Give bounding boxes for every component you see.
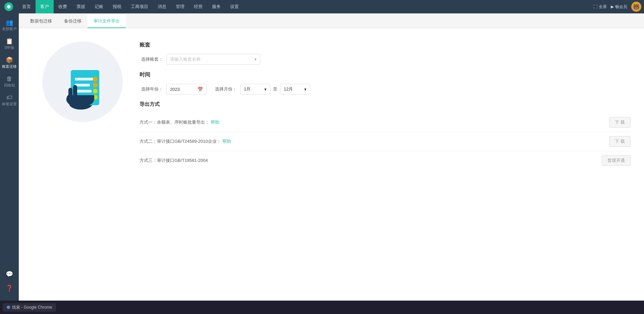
nav-tax[interactable]: 报税 [108, 0, 126, 13]
sidebar-bottom: 💬 ❓ [6, 268, 13, 298]
member-button[interactable]: ▶ 畅会员 [611, 4, 627, 10]
nav-business[interactable]: 工商项目 [126, 0, 153, 13]
sidebar-chat-button[interactable]: 💬 [6, 268, 13, 280]
nav-customer[interactable]: 客户 [36, 0, 54, 13]
member-icon: ▶ [611, 4, 614, 9]
account-dropdown-arrow: ▾ [255, 57, 257, 62]
export-method-3-label: 方式三：审计接口GB/T19581-2004 [140, 158, 208, 164]
fullscreen-button[interactable]: ⛶ 全屏 [593, 4, 607, 10]
sidebar-item-all-customers[interactable]: 👥 全部客户 [0, 16, 19, 35]
logo[interactable] [3, 1, 15, 13]
illustration-column [32, 38, 133, 291]
page-content: 账套 选择账套： 请输入账套名称 ▾ 时间 选择年份： 2023 [19, 28, 644, 301]
month-from-select[interactable]: 1月 ▾ [240, 84, 270, 95]
export-method-3: 方式三：审计接口GB/T19581-2004 暂缓开通 [140, 151, 631, 170]
nav-message[interactable]: 消息 [153, 0, 171, 13]
export-method-2: 方式二：审计接口GB/T24589-2010企业： 帮助 下 载 [140, 132, 631, 151]
svg-point-1 [7, 5, 10, 8]
time-row: 选择年份： 2023 📅 选择月份： 1月 ▾ 至 1 [140, 84, 631, 95]
fullscreen-icon: ⛶ [593, 4, 597, 9]
taskbar-chrome-item[interactable]: 线索 - Google Chrome [3, 303, 56, 312]
sidebar-item-account-migrate[interactable]: 📦 账套迁移 [0, 54, 19, 72]
svg-point-10 [93, 89, 98, 93]
time-section: 时间 选择年份： 2023 📅 选择月份： 1月 ▾ 至 [140, 71, 631, 95]
nav-service[interactable]: 服务 [207, 0, 225, 13]
account-input-placeholder: 请输入账套名称 [170, 56, 255, 62]
export-section: 导出方式 方式一：余额表、序时账批量导出： 帮助 下 载 方式二：审计接口GB/… [140, 101, 631, 170]
sidebar: 👥 全部客户 📋 0申报 📦 账套迁移 🗑 回收站 🏷 标签设置 💬 ❓ [0, 13, 19, 301]
tag-icon: 🏷 [6, 95, 12, 101]
year-label: 选择年份： [140, 86, 163, 92]
nav-operate[interactable]: 经营 [189, 0, 207, 13]
illustration-circle [42, 42, 123, 122]
nav-invoice[interactable]: 票据 [72, 0, 90, 13]
export-method-1-button[interactable]: 下 载 [609, 117, 631, 128]
nav-items: 首页 客户 收费 票据 记账 报税 工商项目 消息 管理 经营 服务 设置 [17, 0, 593, 13]
main-layout: 👥 全部客户 📋 0申报 📦 账套迁移 🗑 回收站 🏷 标签设置 💬 ❓ 数据包… [0, 13, 644, 301]
nav-bookkeeping[interactable]: 记账 [90, 0, 108, 13]
export-method-2-button[interactable]: 下 载 [609, 136, 631, 147]
account-select-label: 选择账套： [140, 56, 163, 62]
avatar[interactable]: 🐻 [631, 2, 641, 12]
time-section-title: 时间 [140, 71, 631, 78]
export-section-title: 导出方式 [140, 101, 631, 108]
export-method-3-button[interactable]: 暂缓开通 [602, 155, 631, 166]
migrate-icon: 📦 [6, 57, 13, 63]
tab-data-migrate[interactable]: 数据包迁移 [24, 15, 58, 28]
tab-backup-migrate[interactable]: 备份迁移 [58, 15, 88, 28]
svg-rect-12 [68, 88, 72, 98]
taskbar-dot [7, 306, 10, 309]
nav-fee[interactable]: 收费 [54, 0, 72, 13]
taskbar: 线索 - Google Chrome [0, 301, 644, 314]
sidebar-item-zero-declare[interactable]: 📋 0申报 [0, 35, 19, 54]
content-area: 数据包迁移 备份迁移 审计文件导出 [19, 13, 644, 301]
export-method-2-help[interactable]: 帮助 [222, 138, 231, 144]
sidebar-item-tag-settings[interactable]: 🏷 标签设置 [0, 91, 19, 110]
export-method-1: 方式一：余额表、序时账批量导出： 帮助 下 载 [140, 113, 631, 132]
top-nav-right: ⛶ 全屏 ▶ 畅会员 🐻 [593, 2, 641, 12]
sidebar-item-trash[interactable]: 🗑 回收站 [0, 72, 19, 91]
svg-point-8 [93, 77, 98, 81]
tab-audit-export[interactable]: 审计文件导出 [88, 15, 126, 28]
time-separator: 至 [273, 86, 277, 92]
trash-icon: 🗑 [6, 76, 12, 82]
customers-icon: 👥 [6, 19, 13, 25]
declare-icon: 📋 [6, 38, 13, 44]
account-section-title: 账套 [140, 42, 631, 49]
svg-point-9 [93, 83, 98, 87]
month-to-select[interactable]: 12月 ▾ [280, 84, 310, 95]
top-nav: 首页 客户 收费 票据 记账 报税 工商项目 消息 管理 经营 服务 设置 ⛶ … [0, 0, 644, 13]
month-from-arrow: ▾ [264, 87, 267, 92]
year-input[interactable]: 2023 📅 [166, 84, 207, 95]
month-to-arrow: ▾ [304, 87, 307, 92]
tab-bar: 数据包迁移 备份迁移 审计文件导出 [19, 13, 644, 28]
month-label: 选择月份： [213, 86, 237, 92]
export-method-1-help[interactable]: 帮助 [211, 119, 219, 125]
account-select-input[interactable]: 请输入账套名称 ▾ [166, 54, 260, 65]
svg-rect-13 [73, 85, 77, 97]
nav-home[interactable]: 首页 [17, 0, 36, 13]
export-method-1-label: 方式一：余额表、序时账批量导出： [140, 119, 209, 125]
account-select-row: 选择账套： 请输入账套名称 ▾ [140, 54, 631, 65]
svg-rect-6 [75, 90, 92, 92]
taskbar-item-label: 线索 - Google Chrome [12, 305, 52, 310]
nav-settings[interactable]: 设置 [225, 0, 244, 13]
year-calendar-icon: 📅 [198, 87, 203, 92]
form-column: 账套 选择账套： 请输入账套名称 ▾ 时间 选择年份： 2023 [133, 38, 631, 291]
svg-rect-4 [75, 78, 93, 80]
sidebar-help-button[interactable]: ❓ [6, 282, 13, 295]
svg-rect-5 [75, 84, 90, 86]
nav-manage[interactable]: 管理 [171, 0, 189, 13]
export-method-2-label: 方式二：审计接口GB/T24589-2010企业： [140, 138, 221, 144]
